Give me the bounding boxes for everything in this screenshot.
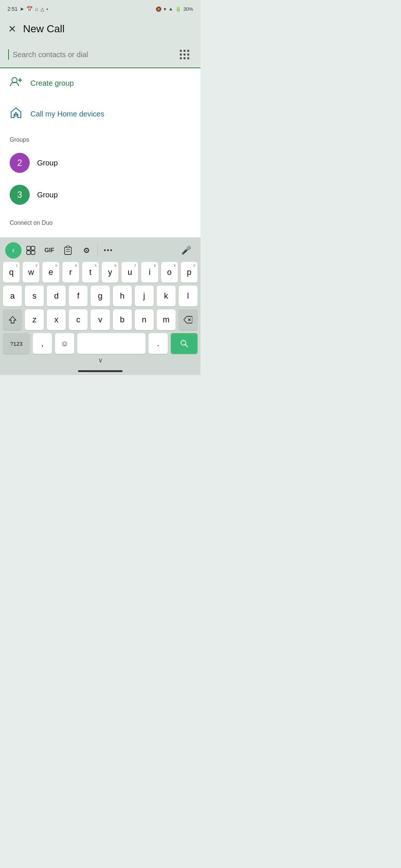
key-t[interactable]: 5t [82,262,99,283]
key-e[interactable]: 3e [42,262,59,283]
keyboard-more-button[interactable]: ••• [99,242,118,259]
key-w[interactable]: 2w [23,262,39,283]
key-backspace[interactable] [179,309,198,330]
battery-level: 30% [183,6,193,12]
key-h[interactable]: h [113,286,132,306]
home2-icon: △ [40,6,44,12]
create-group-label: Create group [30,79,74,88]
keyboard-settings-button[interactable]: ⚙ [77,242,96,259]
key-row-2: a s d f g h j k l [3,286,198,306]
key-l[interactable]: l [179,286,198,306]
group-3-item[interactable]: 3 Group [0,179,200,211]
keyboard-back-button[interactable]: ‹ [5,242,22,259]
keyboard-bottom [1,366,199,374]
svg-rect-8 [31,251,35,254]
group-3-name: Group [37,191,58,199]
dialpad-dot [187,57,189,59]
create-group-icon [10,76,22,90]
keyboard: ‹ GIF ⚙ ••• 🎤 1q [0,237,200,375]
group-2-item[interactable]: 2 Group [0,147,200,179]
key-i[interactable]: 8i [141,262,158,283]
key-search[interactable] [171,333,198,354]
key-row-3: z x c v b n m [3,309,198,330]
header: ✕ New Call [0,16,200,42]
keyboard-rows: 1q 2w 3e 4r 5t 6y 7u 8i 9o 0p a s d f g … [1,262,199,354]
key-c[interactable]: c [69,309,88,330]
chevron-down-icon[interactable]: ∨ [98,356,103,364]
svg-rect-6 [31,246,35,250]
status-left: 2:51 ➤ 📅 ⌂ △ ● [7,6,48,12]
key-z[interactable]: z [25,309,44,330]
keyboard-gif-button[interactable]: GIF [40,242,59,259]
home-indicator [78,370,123,372]
calendar-icon: 📅 [26,6,33,12]
home-icon: ⌂ [35,6,38,12]
status-bar: 2:51 ➤ 📅 ⌂ △ ● 🔕 ▾ ▲ 🔋 30% [0,0,200,16]
key-u[interactable]: 7u [121,262,138,283]
key-g[interactable]: g [91,286,110,306]
svg-rect-7 [27,251,30,254]
close-button[interactable]: ✕ [8,23,16,35]
dialpad-dot [187,53,189,56]
key-b[interactable]: b [113,309,132,330]
time-display: 2:51 [7,6,17,12]
dialpad-dot [180,53,182,56]
dialpad-dot [180,50,182,52]
key-x[interactable]: x [47,309,66,330]
create-group-item[interactable]: Create group [0,68,200,98]
group-2-avatar: 2 [10,153,30,173]
key-p[interactable]: 0p [181,262,198,283]
keyboard-dismiss-area: ∨ [1,354,199,366]
call-home-icon [10,106,22,122]
key-s[interactable]: s [25,286,44,306]
keyboard-emoji-board-button[interactable] [22,242,40,259]
more-dots-icon: ••• [104,247,113,254]
keyboard-mic-button[interactable]: 🎤 [177,242,195,259]
key-emoji[interactable]: ☺ [55,333,74,354]
keyboard-toolbar-separator [97,244,98,256]
dialpad-dot [183,53,186,56]
keyboard-clipboard-button[interactable] [59,242,77,259]
key-space[interactable] [77,333,146,354]
key-f[interactable]: f [69,286,88,306]
group-2-name: Group [37,159,58,167]
svg-rect-10 [66,246,69,248]
key-shift[interactable] [3,309,22,330]
key-n[interactable]: n [135,309,154,330]
call-home-item[interactable]: Call my Home devices [0,98,200,130]
key-q[interactable]: 1q [3,262,20,283]
status-right: 🔕 ▾ ▲ 🔋 30% [156,6,193,12]
connect-duo-label: Connect on Duo [10,220,53,226]
key-v[interactable]: v [91,309,110,330]
key-m[interactable]: m [157,309,176,330]
key-comma[interactable]: , [33,333,52,354]
key-period[interactable]: . [149,333,168,354]
key-row-1: 1q 2w 3e 4r 5t 6y 7u 8i 9o 0p [3,262,198,283]
battery-icon: 🔋 [175,6,181,12]
dialpad-dot [180,57,182,59]
call-home-label: Call my Home devices [30,110,104,118]
search-cursor [8,49,9,60]
dialpad-dot [183,50,186,52]
key-j[interactable]: j [135,286,154,306]
signal-icon: ▲ [169,6,173,11]
key-o[interactable]: 9o [161,262,178,283]
key-r[interactable]: 4r [62,262,79,283]
search-bar[interactable] [0,42,200,68]
keyboard-toolbar: ‹ GIF ⚙ ••• 🎤 [1,240,199,262]
key-row-4: ?123 , ☺ . [3,333,198,354]
key-numbers[interactable]: ?123 [3,333,30,354]
key-a[interactable]: a [3,286,22,306]
mute-icon: 🔕 [156,6,162,12]
key-d[interactable]: d [47,286,66,306]
svg-point-0 [12,78,17,83]
key-y[interactable]: 6y [102,262,118,283]
dialpad-button[interactable] [177,47,192,62]
connect-duo-section: Connect on Duo [0,211,200,230]
key-k[interactable]: k [157,286,176,306]
search-input[interactable] [13,50,173,59]
nav-icon: ➤ [20,6,24,12]
svg-line-16 [185,345,188,347]
svg-rect-5 [27,246,30,250]
group-3-avatar: 3 [10,185,30,205]
